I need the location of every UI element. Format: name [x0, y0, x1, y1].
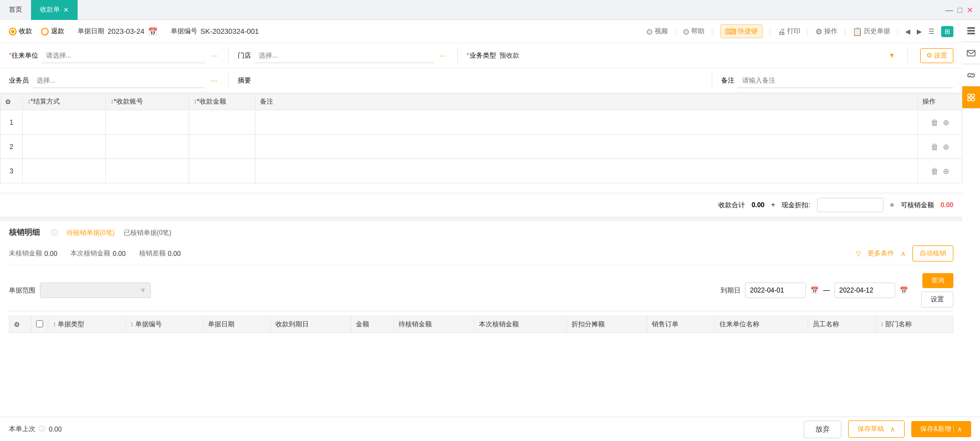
radio-receipt-dot: [9, 28, 17, 35]
row-settlement-1[interactable]: [23, 110, 106, 135]
biz-type-group: *业务类型 预收款 ▼ ⚙ 设置: [467, 48, 953, 63]
abandon-button[interactable]: 放弃: [804, 421, 841, 438]
close-icon[interactable]: ✕: [967, 6, 973, 14]
remark-input[interactable]: [738, 73, 953, 88]
salesman-more-icon[interactable]: ···: [208, 76, 220, 85]
hexiao-settings-button[interactable]: 设置: [921, 291, 953, 307]
summary-label: 摘要: [238, 76, 251, 85]
tab-home[interactable]: 首页: [0, 0, 31, 20]
row-settlement-2[interactable]: [23, 135, 106, 159]
row-account-1[interactable]: [106, 110, 189, 135]
save-draft-button[interactable]: 保存草稿 ∧: [848, 421, 905, 438]
date-to-input[interactable]: [834, 283, 895, 298]
row-copy-3[interactable]: ⊕: [943, 167, 950, 176]
filter-more-icon[interactable]: ▽: [856, 250, 861, 258]
side-link-icon[interactable]: [962, 64, 980, 86]
settings-btn-label: 设置: [934, 51, 947, 60]
store-input[interactable]: [254, 48, 434, 63]
minimize-icon[interactable]: —: [946, 6, 953, 14]
side-table-svg: [967, 27, 976, 35]
settings-button[interactable]: ⚙ 设置: [920, 48, 953, 63]
tab-close-icon[interactable]: ✕: [63, 6, 69, 14]
select-all-checkbox[interactable]: [36, 320, 43, 327]
action-ops[interactable]: ⚙ 操作: [815, 27, 838, 36]
action-print[interactable]: 🖨 打印: [778, 27, 800, 36]
hexiao-pending-tab[interactable]: 待核销单据(0笔): [67, 228, 115, 238]
row-account-2[interactable]: [106, 135, 189, 159]
bth-current: 本次核销金额: [474, 316, 566, 333]
query-setting-col: 查询 设置: [921, 273, 953, 307]
row-ops-2: 🗑 ⊕: [918, 135, 962, 159]
action-help-label: 帮助: [691, 27, 705, 36]
plus-sign: +: [771, 201, 775, 209]
auto-hexiao-button[interactable]: 自动核销: [912, 245, 953, 261]
summary-input[interactable]: [254, 73, 703, 88]
query-button[interactable]: 查询: [922, 273, 953, 288]
hexiao-done-tab[interactable]: 已核销单据(0笔): [124, 228, 172, 238]
sep3: [907, 48, 908, 63]
row-amount-2[interactable]: [189, 135, 256, 159]
scope-select[interactable]: [40, 283, 151, 298]
date-from-input[interactable]: [745, 283, 806, 298]
radio-receipt-label: 收款: [19, 27, 32, 36]
date-from-calendar-icon[interactable]: 📅: [810, 286, 819, 294]
divider1: |: [675, 28, 676, 35]
from-unit-group: *往来单位 ···: [9, 48, 220, 63]
radio-receipt[interactable]: 收款: [9, 27, 32, 36]
side-email-icon[interactable]: [962, 42, 980, 64]
row-amount-1[interactable]: [189, 110, 256, 135]
from-unit-more-icon[interactable]: ···: [208, 51, 220, 60]
action-video[interactable]: ⊙ 视频: [646, 27, 668, 36]
cash-discount-input[interactable]: [817, 198, 884, 212]
verifiable-label: 可核销金额: [901, 201, 934, 210]
maximize-icon[interactable]: □: [958, 6, 962, 14]
action-shortcut[interactable]: ⌨ 快捷键: [720, 24, 763, 38]
action-grid[interactable]: ⊞: [941, 26, 953, 37]
action-list[interactable]: ☰: [928, 28, 935, 35]
row-settlement-3[interactable]: [23, 159, 106, 183]
side-table-icon[interactable]: [962, 20, 980, 42]
bth-recv-date: 收款到期日: [271, 316, 351, 333]
row-remark-3[interactable]: [256, 159, 918, 183]
date-to-calendar-icon[interactable]: 📅: [900, 286, 908, 294]
more-conditions-label[interactable]: 更多条件: [867, 249, 894, 258]
row-idx-2: 2: [1, 135, 23, 159]
store-more-icon[interactable]: ···: [437, 51, 448, 60]
save-draft-chevron-icon[interactable]: ∧: [886, 425, 895, 433]
help-icon: ⊙: [683, 27, 690, 36]
row-remark-2[interactable]: [256, 135, 918, 159]
tab-receipt[interactable]: 收款单 ✕: [31, 0, 78, 20]
receipt-table-section: ⚙ ↕*结算方式 ↕*收款账号 ↕*收款金额 备注 操作: [0, 93, 962, 193]
row-account-3[interactable]: [106, 159, 189, 183]
bottom-info-icon[interactable]: ⓘ: [39, 424, 45, 434]
action-nav-prev[interactable]: ◀: [905, 28, 910, 35]
row-delete-2[interactable]: 🗑: [931, 142, 938, 151]
chevron-up-icon[interactable]: ∧: [901, 250, 906, 258]
biz-type-dropdown-icon[interactable]: ▼: [889, 52, 895, 59]
bth-settings[interactable]: ⚙: [9, 316, 32, 333]
th-settings[interactable]: ⚙: [1, 94, 23, 110]
action-help[interactable]: ⊙ 帮助: [683, 27, 705, 36]
from-unit-label: *往来单位: [9, 51, 38, 60]
salesman-input[interactable]: [32, 73, 205, 88]
bottom-total-label: 本单上次: [9, 424, 35, 434]
divider3: |: [769, 28, 771, 35]
salesman-label: 业务员: [9, 76, 29, 85]
hexiao-info-icon[interactable]: ⓘ: [51, 228, 58, 238]
row-remark-1[interactable]: [256, 110, 918, 135]
from-unit-input[interactable]: [42, 48, 206, 63]
row-copy-2[interactable]: ⊕: [943, 142, 950, 151]
calendar-icon[interactable]: 📅: [148, 27, 157, 36]
side-expand-icon[interactable]: [962, 86, 980, 109]
save-new-chevron-icon[interactable]: ∧: [953, 425, 962, 433]
row-copy-1[interactable]: ⊕: [943, 118, 950, 127]
save-new-button[interactable]: 保存&新增 ∧: [911, 421, 971, 437]
radio-refund[interactable]: 退款: [41, 27, 64, 36]
row-delete-1[interactable]: 🗑: [931, 118, 938, 127]
action-history[interactable]: 📋 历史单据: [853, 27, 890, 36]
row-delete-3[interactable]: 🗑: [931, 167, 938, 176]
svg-rect-4: [968, 94, 971, 97]
row-amount-3[interactable]: [189, 159, 256, 183]
action-nav-next[interactable]: ▶: [917, 28, 922, 35]
row-idx-1: 1: [1, 110, 23, 135]
